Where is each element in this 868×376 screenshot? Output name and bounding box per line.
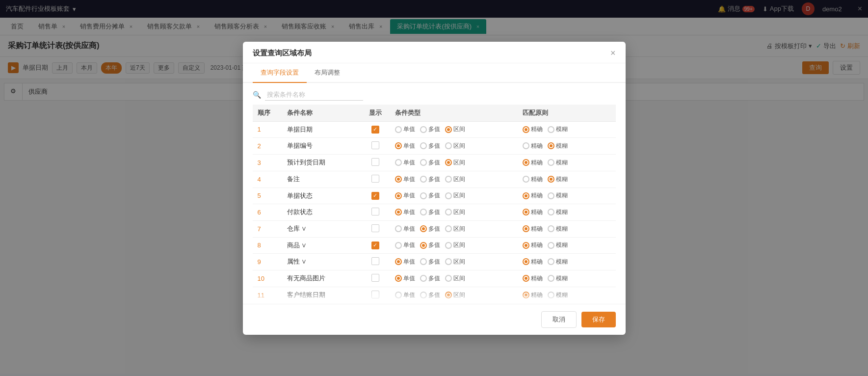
checkbox-5[interactable] <box>371 208 379 215</box>
save-btn[interactable]: 保存 <box>581 312 616 327</box>
radio-circle-5 <box>395 209 402 215</box>
checkbox-8[interactable] <box>371 257 379 265</box>
radio-match-模糊-5[interactable]: 模糊 <box>548 208 568 216</box>
row-check-0[interactable]: ✓ <box>361 121 390 137</box>
radio-circle-6 <box>445 225 452 232</box>
radio-match-模糊-9[interactable]: 模糊 <box>548 274 568 283</box>
checkbox-6[interactable] <box>371 224 379 232</box>
radio-type-单值-9[interactable]: 单值 <box>395 274 415 283</box>
radio-match-模糊-4[interactable]: 模糊 <box>548 191 568 200</box>
radio-label-7: 单值 <box>403 241 415 249</box>
checkbox-2[interactable] <box>371 158 379 166</box>
row-check-3[interactable] <box>361 171 390 188</box>
checkbox-4[interactable]: ✓ <box>371 192 379 200</box>
radio-type-多值-2[interactable]: 多值 <box>420 159 440 167</box>
row-check-2[interactable] <box>361 154 390 171</box>
radio-type-区间-3[interactable]: 区间 <box>445 175 465 184</box>
checkbox-10[interactable] <box>371 291 379 298</box>
row-check-4[interactable]: ✓ <box>361 188 390 204</box>
checkbox-7[interactable]: ✓ <box>371 242 379 249</box>
radio-type-多值-0[interactable]: 多值 <box>420 125 440 134</box>
radio-match-精确-2[interactable]: 精确 <box>523 159 543 167</box>
radio-type-单值-8[interactable]: 单值 <box>395 258 415 266</box>
radio-circle-3 <box>395 176 402 183</box>
radio-match-circle-9 <box>523 275 529 282</box>
radio-type-单值-4[interactable]: 单值 <box>395 191 415 200</box>
radio-type-单值-10[interactable]: 单值 <box>395 291 415 299</box>
radio-type-区间-5[interactable]: 区间 <box>445 208 465 216</box>
radio-match-精确-1[interactable]: 精确 <box>523 142 543 150</box>
row-check-8[interactable] <box>361 253 390 270</box>
dialog-tab-fields[interactable]: 查询字段设置 <box>253 63 307 83</box>
radio-match-精确-5[interactable]: 精确 <box>523 208 543 216</box>
radio-type-单值-7[interactable]: 单值 <box>395 241 415 249</box>
settings-dialog: 设置查询区域布局 × 查询字段设置 布局调整 🔍 顺序 条件名称 <box>243 42 626 335</box>
row-type-2: 单值多值区间 <box>390 154 518 171</box>
radio-type-多值-4[interactable]: 多值 <box>420 191 440 200</box>
radio-match-精确-6[interactable]: 精确 <box>523 225 543 233</box>
row-check-1[interactable] <box>361 137 390 154</box>
radio-match-精确-9[interactable]: 精确 <box>523 274 543 283</box>
radio-match-circle-9 <box>548 275 554 282</box>
row-check-9[interactable] <box>361 270 390 287</box>
radio-type-多值-8[interactable]: 多值 <box>420 258 440 266</box>
radio-type-区间-0[interactable]: 区间 <box>445 125 465 134</box>
radio-type-区间-1[interactable]: 区间 <box>445 142 465 150</box>
cancel-btn[interactable]: 取消 <box>541 311 577 328</box>
radio-label-9: 多值 <box>428 274 440 283</box>
condition-search-input[interactable] <box>265 89 363 101</box>
radio-type-单值-3[interactable]: 单值 <box>395 175 415 184</box>
radio-type-区间-10[interactable]: 区间 <box>445 291 465 299</box>
radio-type-区间-6[interactable]: 区间 <box>445 225 465 233</box>
row-check-6[interactable] <box>361 220 390 237</box>
radio-type-单值-0[interactable]: 单值 <box>395 125 415 134</box>
radio-match-精确-4[interactable]: 精确 <box>523 191 543 200</box>
radio-type-多值-10[interactable]: 多值 <box>420 291 440 299</box>
row-check-7[interactable]: ✓ <box>361 237 390 253</box>
dialog-tab-layout[interactable]: 布局调整 <box>307 63 348 83</box>
radio-match-模糊-7[interactable]: 模糊 <box>548 241 568 249</box>
dialog-close-btn[interactable]: × <box>610 49 616 57</box>
checkbox-0[interactable]: ✓ <box>371 126 379 134</box>
radio-match-模糊-3[interactable]: 模糊 <box>548 175 568 184</box>
row-type-1: 单值多值区间 <box>390 137 518 154</box>
radio-match-模糊-8[interactable]: 模糊 <box>548 258 568 266</box>
row-check-5[interactable] <box>361 204 390 220</box>
radio-type-区间-8[interactable]: 区间 <box>445 258 465 266</box>
radio-type-区间-2[interactable]: 区间 <box>445 159 465 167</box>
checkbox-9[interactable] <box>371 274 379 282</box>
radio-type-多值-9[interactable]: 多值 <box>420 274 440 283</box>
radio-label-3: 单值 <box>403 175 415 184</box>
radio-type-区间-4[interactable]: 区间 <box>445 191 465 200</box>
radio-type-单值-1[interactable]: 单值 <box>395 142 415 150</box>
radio-type-区间-9[interactable]: 区间 <box>445 274 465 283</box>
radio-type-多值-1[interactable]: 多值 <box>420 142 440 150</box>
radio-match-精确-8[interactable]: 精确 <box>523 258 543 266</box>
radio-match-精确-0[interactable]: 精确 <box>523 125 543 134</box>
radio-type-多值-3[interactable]: 多值 <box>420 175 440 184</box>
radio-match-模糊-0[interactable]: 模糊 <box>548 125 568 134</box>
radio-type-单值-2[interactable]: 单值 <box>395 159 415 167</box>
radio-match-精确-10[interactable]: 精确 <box>523 291 543 299</box>
radio-match-circle-6 <box>548 225 554 232</box>
radio-circle-1 <box>445 142 452 149</box>
radio-type-区间-7[interactable]: 区间 <box>445 241 465 249</box>
radio-circle-4 <box>445 192 452 199</box>
row-order-2: 3 <box>253 154 282 171</box>
radio-match-label-3: 模糊 <box>556 175 568 184</box>
radio-match-模糊-6[interactable]: 模糊 <box>548 225 568 233</box>
radio-match-模糊-2[interactable]: 模糊 <box>548 159 568 167</box>
radio-match-模糊-10[interactable]: 模糊 <box>548 291 568 299</box>
radio-type-多值-5[interactable]: 多值 <box>420 208 440 216</box>
radio-match-精确-7[interactable]: 精确 <box>523 241 543 249</box>
radio-type-单值-6[interactable]: 单值 <box>395 225 415 233</box>
radio-match-label-8: 精确 <box>531 258 543 266</box>
radio-match-精确-3[interactable]: 精确 <box>523 175 543 184</box>
radio-type-多值-6[interactable]: 多值 <box>420 225 440 233</box>
radio-type-单值-5[interactable]: 单值 <box>395 208 415 216</box>
checkbox-1[interactable] <box>371 141 379 149</box>
radio-type-多值-7[interactable]: 多值 <box>420 241 440 249</box>
row-check-10[interactable] <box>361 287 390 303</box>
checkbox-3[interactable] <box>371 175 379 183</box>
radio-match-模糊-1[interactable]: 模糊 <box>548 142 568 150</box>
